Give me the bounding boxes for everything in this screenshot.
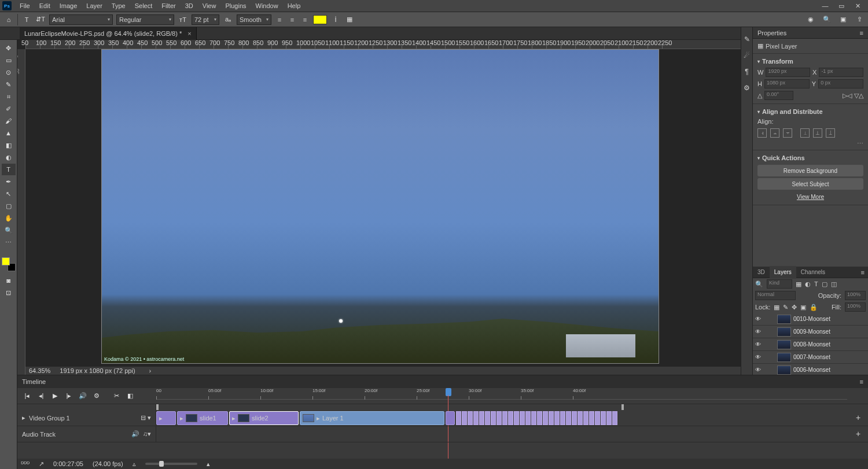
fg-bg-swatch[interactable]: [2, 257, 16, 271]
transition-button[interactable]: ◧: [124, 390, 137, 402]
lock-pixels-icon[interactable]: ▦: [774, 304, 779, 311]
menu-type[interactable]: Type: [107, 1, 130, 10]
prev-frame-button[interactable]: ◂|: [35, 390, 47, 402]
timeline-zoom-slider[interactable]: [145, 463, 197, 465]
gradient-tool[interactable]: ◐: [2, 152, 16, 163]
track-expand-icon[interactable]: ▸: [22, 414, 25, 422]
visibility-toggle[interactable]: 👁: [754, 316, 762, 322]
font-style-select[interactable]: Regular▾: [116, 14, 174, 25]
add-audio-button[interactable]: +: [853, 429, 863, 439]
clip-layer1[interactable]: ▸Layer 1: [300, 411, 444, 425]
menu-plugins[interactable]: Plugins: [220, 1, 251, 10]
font-size-select[interactable]: 72 pt▾: [192, 14, 219, 25]
timeline-ruler[interactable]: 0005:00f10:00f15:00f20:00f25:00f30:00f35…: [156, 388, 847, 400]
workspace-icon[interactable]: ▣: [838, 14, 848, 25]
y-input[interactable]: 0 px: [818, 79, 863, 88]
align-left-icon[interactable]: ≡: [275, 15, 284, 24]
frame-sequence[interactable]: [456, 411, 617, 425]
audio-add-icon[interactable]: ♫▾: [143, 430, 151, 438]
status-chevron-icon[interactable]: ›: [149, 367, 152, 374]
menu-3d[interactable]: 3D: [181, 1, 198, 10]
align-vcenter-btn[interactable]: ⊥: [813, 128, 822, 138]
width-input[interactable]: 1920 px: [766, 68, 810, 77]
filter-smart-icon[interactable]: ◫: [831, 280, 837, 288]
swatches-panel-icon[interactable]: ⚙: [744, 84, 750, 92]
align-center-icon[interactable]: ≡: [288, 15, 297, 24]
playhead[interactable]: [446, 388, 451, 396]
antialias-select[interactable]: Smooth▾: [237, 14, 271, 25]
render-icon[interactable]: ᴰᴰᴰ: [21, 460, 30, 468]
menu-view[interactable]: View: [198, 1, 221, 10]
screen-mode-icon[interactable]: ⊡: [2, 287, 16, 298]
paragraph-panel-icon[interactable]: ¶: [745, 68, 748, 76]
crop-tool[interactable]: ⌗: [2, 91, 16, 102]
timeline-settings-icon[interactable]: ⚙: [90, 390, 103, 402]
brush-tool[interactable]: 🖌: [2, 115, 16, 127]
align-section-header[interactable]: ▾Align and Distribute: [757, 106, 863, 117]
transform-section-header[interactable]: ▾Transform: [757, 56, 863, 67]
adjustments-panel-icon[interactable]: ☄: [744, 51, 750, 60]
minimize-button[interactable]: —: [817, 1, 833, 11]
view-more-link[interactable]: View More: [757, 191, 863, 202]
clip-transition[interactable]: [446, 411, 455, 425]
lock-position-icon[interactable]: ✎: [783, 304, 788, 311]
menu-file[interactable]: File: [15, 1, 35, 10]
lock-artboard-icon[interactable]: ▣: [800, 304, 806, 311]
clone-stamp-tool[interactable]: ▲: [2, 127, 16, 139]
layer-row[interactable]: 👁0007-Moonset: [753, 351, 868, 364]
share-icon[interactable]: ⇪: [854, 14, 865, 25]
align-more-icon[interactable]: ⋯: [757, 140, 863, 147]
warp-text-icon[interactable]: İ: [330, 14, 341, 25]
more-tools-icon[interactable]: ⋯: [2, 237, 16, 248]
zoom-in-icon[interactable]: ▴: [207, 460, 210, 468]
tab-channels[interactable]: Channels: [796, 266, 830, 279]
filter-pixel-icon[interactable]: ▦: [796, 280, 801, 288]
hand-tool[interactable]: ✋: [2, 212, 16, 224]
document-canvas[interactable]: Kodama © 2021 • astrocamera.net: [101, 49, 659, 364]
close-tab-icon[interactable]: ×: [187, 30, 191, 37]
menu-window[interactable]: Window: [251, 1, 283, 10]
lock-move-icon[interactable]: ✥: [792, 304, 797, 311]
pen-tool[interactable]: ✒: [2, 176, 16, 187]
convert-icon[interactable]: ↗: [39, 460, 44, 468]
flip-v-icon[interactable]: ▽△: [854, 92, 863, 99]
font-family-select[interactable]: Arial▾: [49, 14, 113, 25]
filter-shape-icon[interactable]: ▢: [822, 280, 827, 288]
move-tool[interactable]: ✥: [2, 42, 16, 54]
eraser-tool[interactable]: ◧: [2, 139, 16, 151]
lock-all-icon[interactable]: 🔒: [810, 304, 818, 311]
menu-select[interactable]: Select: [130, 1, 157, 10]
menu-edit[interactable]: Edit: [35, 1, 55, 10]
home-icon[interactable]: ⌂: [3, 14, 14, 25]
tab-layers[interactable]: Layers: [770, 266, 796, 279]
visibility-toggle[interactable]: 👁: [754, 354, 762, 360]
work-area-end[interactable]: [621, 404, 624, 410]
quick-select-tool[interactable]: ✎: [2, 79, 16, 90]
go-start-button[interactable]: |◂: [21, 390, 34, 402]
maximize-button[interactable]: ▭: [833, 1, 849, 11]
height-input[interactable]: 1080 px: [764, 79, 810, 88]
add-media-button[interactable]: +: [853, 412, 863, 423]
align-bottom-btn[interactable]: ⟘: [826, 128, 835, 138]
select-subject-button[interactable]: Select Subject: [757, 178, 863, 190]
audio-mute-icon[interactable]: 🔊: [131, 430, 139, 438]
layer-filter-icon[interactable]: 🔍: [755, 280, 763, 288]
zoom-out-icon[interactable]: ▵: [133, 460, 136, 468]
type-tool[interactable]: T: [2, 164, 16, 175]
quick-mask-icon[interactable]: ◙: [2, 275, 16, 286]
clip-slide1[interactable]: ▸slide1: [177, 411, 228, 425]
filter-adjust-icon[interactable]: ◐: [805, 280, 811, 288]
menu-image[interactable]: Image: [55, 1, 82, 10]
path-select-tool[interactable]: ↖: [2, 188, 16, 200]
text-orientation-icon[interactable]: ⇵T: [35, 14, 46, 25]
filter-type-icon[interactable]: T: [814, 280, 818, 287]
swap-colors-icon[interactable]: [2, 249, 16, 254]
timeline-menu-icon[interactable]: ≡: [860, 378, 863, 385]
menu-layer[interactable]: Layer: [82, 1, 107, 10]
zoom-tool[interactable]: 🔍: [2, 224, 16, 236]
close-button[interactable]: ✕: [849, 1, 866, 11]
align-right-btn[interactable]: ⫟: [783, 128, 792, 138]
layer-row[interactable]: 👁0010-Moonset: [753, 313, 868, 326]
opacity-input[interactable]: 100%: [845, 291, 866, 300]
marquee-tool[interactable]: ▭: [2, 54, 16, 66]
